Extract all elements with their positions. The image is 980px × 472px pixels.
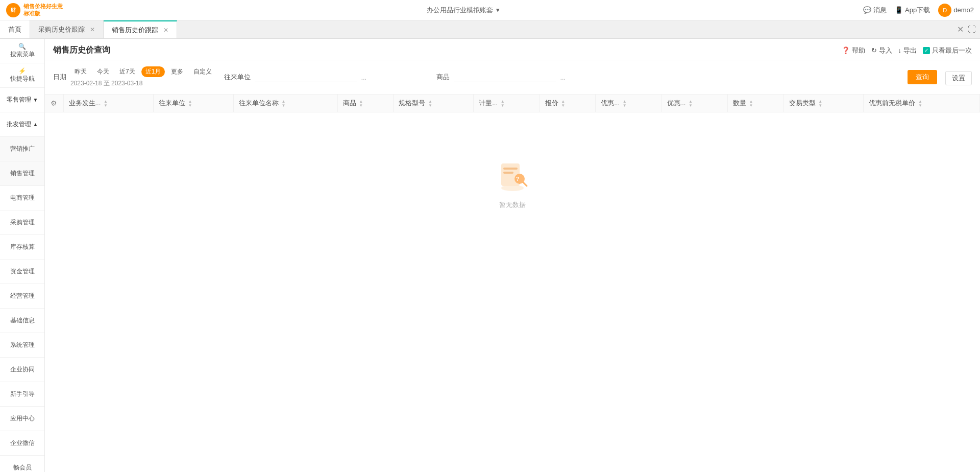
th-settings: ⚙	[45, 95, 63, 112]
retail-mgmt-arrow: ▼	[33, 97, 38, 103]
app-download-button[interactable]: 📱 App下载	[895, 6, 930, 15]
th-trade-type[interactable]: 交易类型 ▲▼	[783, 95, 864, 112]
date-tab-last7[interactable]: 近7天	[115, 66, 139, 77]
date-tab-yesterday[interactable]: 昨天	[70, 66, 91, 77]
th-partner-code[interactable]: 往来单位 ▲▼	[153, 95, 233, 112]
sidebar-item-ecommerce[interactable]: 电商管理	[0, 186, 44, 210]
import-button[interactable]: ↻ 导入	[871, 46, 892, 55]
sidebar-item-search-menu[interactable]: 🔍 搜索菜单	[0, 39, 44, 63]
sidebar-item-new-guide[interactable]: 新手引导	[0, 382, 44, 407]
sidebar: 🔍 搜索菜单 ⚡ 快捷导航 零售管理 ▼ 批发管理 ▲ 营销推广 销售管理 电商…	[0, 39, 45, 472]
sort-icon-partner-code: ▲▼	[188, 100, 192, 108]
inventory-label: 库存核算	[10, 243, 35, 251]
tab-sales-history-label: 销售历史价跟踪	[112, 26, 158, 35]
close-all-tabs-button[interactable]: ✕	[957, 25, 964, 34]
basic-info-label: 基础信息	[10, 316, 35, 325]
topbar-left: 财 销售价格好生意 标准版	[6, 3, 63, 17]
marketing-label: 营销推广	[10, 145, 35, 153]
sidebar-item-enterprise[interactable]: 企业协同	[0, 358, 44, 382]
th-biz-date[interactable]: 业务发生... ▲▼	[63, 95, 153, 112]
tab-home[interactable]: 首页	[0, 20, 30, 38]
svg-text:?: ?	[516, 176, 519, 182]
date-tab-last1m[interactable]: 近1月	[141, 66, 165, 77]
date-tab-custom[interactable]: 自定义	[189, 66, 216, 77]
export-button[interactable]: ↓ 导出	[898, 46, 917, 55]
msg-icon: 💬	[863, 6, 871, 14]
goods-dots[interactable]: ...	[560, 74, 566, 81]
sort-icon-spec: ▲▼	[428, 100, 432, 108]
sidebar-item-quick-nav[interactable]: ⚡ 快捷导航	[0, 63, 44, 88]
th-pretax-price[interactable]: 优惠前无税单价 ▲▼	[864, 95, 980, 112]
tab-purchase-history[interactable]: 采购历史价跟踪 ✕	[30, 20, 104, 38]
th-spec[interactable]: 规格型号 ▲▼	[394, 95, 474, 112]
partner-dots[interactable]: ...	[361, 74, 366, 81]
query-button[interactable]: 查询	[908, 70, 937, 84]
help-button[interactable]: ❓ 帮助	[842, 46, 865, 55]
wholesale-mgmt-label: 批发管理	[7, 120, 31, 129]
corp-wechat-label: 企业微信	[10, 439, 35, 447]
filter-bar: 日期 昨天 今天 近7天 近1月 更多 自定义 2023-02-18 至 202…	[45, 60, 980, 95]
th-partner-name[interactable]: 往来单位名称 ▲▼	[233, 95, 337, 112]
date-tab-more[interactable]: 更多	[167, 66, 187, 77]
sidebar-item-corp-wechat[interactable]: 企业微信	[0, 431, 44, 456]
tabbar-actions: ✕ ⛶	[957, 20, 980, 38]
fullscreen-button[interactable]: ⛶	[968, 25, 976, 34]
svg-rect-2	[503, 168, 518, 170]
tab-sales-history[interactable]: 销售历史价跟踪 ✕	[104, 20, 177, 38]
sidebar-item-wholesale-mgmt[interactable]: 批发管理 ▲	[0, 112, 44, 137]
th-unit[interactable]: 计量... ▲▼	[474, 95, 540, 112]
partner-filter-field: 往来单位 ...	[224, 72, 428, 82]
sidebar-item-retail-mgmt[interactable]: 零售管理 ▼	[0, 88, 44, 112]
tab-home-label: 首页	[8, 25, 21, 34]
page-header: 销售历史价查询 ❓ 帮助 ↻ 导入 ↓ 导出	[45, 39, 980, 60]
quick-nav-icon: ⚡	[18, 67, 26, 75]
date-range: 2023-02-18 至 2023-03-18	[70, 79, 216, 88]
sidebar-item-finance[interactable]: 资金管理	[0, 259, 44, 284]
retail-mgmt-label: 零售管理	[7, 96, 31, 104]
sidebar-item-vip[interactable]: 畅会员	[0, 456, 44, 472]
sidebar-item-operations[interactable]: 经营管理	[0, 284, 44, 309]
only-last-checkbox[interactable]: 只看最后一次	[923, 46, 972, 55]
purchase-label: 采购管理	[10, 218, 35, 227]
table-container: ⚙ 业务发生... ▲▼ 往来单位 ▲▼ 往来单位名称	[45, 95, 980, 472]
app-selector-label[interactable]: 办公用品行业模拟账套	[427, 6, 493, 15]
msg-button[interactable]: 💬 消息	[863, 6, 887, 15]
import-icon: ↻	[871, 46, 877, 54]
user-menu[interactable]: D demo2	[938, 4, 974, 17]
goods-input[interactable]	[454, 72, 556, 82]
logo-icon: 财	[6, 3, 20, 17]
sidebar-search-label: 搜索菜单	[10, 50, 35, 59]
date-tab-today[interactable]: 今天	[93, 66, 113, 77]
app-center-label: 应用中心	[10, 414, 35, 423]
th-discount2[interactable]: 优惠... ▲▼	[662, 95, 727, 112]
sidebar-item-inventory[interactable]: 库存核算	[0, 235, 44, 259]
export-icon: ↓	[898, 46, 902, 54]
sort-icon-unit: ▲▼	[501, 100, 505, 108]
th-qty[interactable]: 数量 ▲▼	[727, 95, 783, 112]
sidebar-item-system[interactable]: 系统管理	[0, 333, 44, 358]
partner-input[interactable]	[255, 72, 357, 82]
topbar-right: 💬 消息 📱 App下载 D demo2	[863, 4, 974, 17]
sidebar-item-sales-mgmt[interactable]: 销售管理	[0, 161, 44, 186]
sidebar-item-marketing[interactable]: 营销推广	[0, 137, 44, 161]
sidebar-item-purchase[interactable]: 采购管理	[0, 210, 44, 235]
tab-purchase-history-close[interactable]: ✕	[90, 26, 95, 33]
logo-text: 销售价格好生意 标准版	[23, 3, 63, 16]
sort-icon-pretax-price: ▲▼	[918, 100, 922, 108]
sidebar-item-app-center[interactable]: 应用中心	[0, 407, 44, 431]
th-goods[interactable]: 商品 ▲▼	[337, 95, 394, 112]
setting-button[interactable]: 设置	[945, 71, 972, 85]
sidebar-item-basic-info[interactable]: 基础信息	[0, 309, 44, 333]
th-quote-price[interactable]: 报价 ▲▼	[540, 95, 596, 112]
column-settings-icon[interactable]: ⚙	[51, 99, 57, 107]
vip-label: 畅会员	[13, 463, 32, 472]
tab-sales-history-close[interactable]: ✕	[163, 27, 168, 34]
avatar: D	[938, 4, 951, 17]
date-filter-group: 日期 昨天 今天 近7天 近1月 更多 自定义 2023-02-18 至 202…	[53, 66, 216, 88]
sort-icon-goods: ▲▼	[359, 100, 363, 108]
th-discount1[interactable]: 优惠... ▲▼	[596, 95, 662, 112]
topbar-center[interactable]: 办公用品行业模拟账套 ▾	[427, 6, 500, 15]
sales-mgmt-label: 销售管理	[10, 169, 35, 178]
sort-icon-qty: ▲▼	[749, 100, 753, 108]
app-selector-arrow[interactable]: ▾	[496, 6, 500, 14]
